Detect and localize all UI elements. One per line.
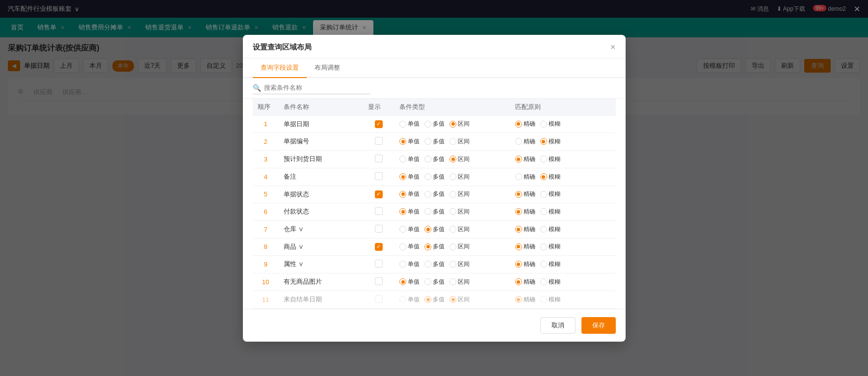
type-radio-range[interactable]: 区间 <box>449 120 470 128</box>
cell-show <box>363 133 395 150</box>
cell-show <box>363 273 395 291</box>
cell-show <box>363 203 395 220</box>
match-radio-exact[interactable]: 精确 <box>515 242 535 251</box>
match-radio-exact[interactable]: 精确 <box>515 155 535 163</box>
type-radio-multi[interactable]: 多值 <box>424 278 445 286</box>
type-radio-single[interactable]: 单值 <box>399 295 420 304</box>
show-checkbox[interactable] <box>375 137 383 145</box>
dialog-close-button[interactable]: × <box>610 43 616 52</box>
cell-show <box>363 186 395 203</box>
type-radio-single[interactable]: 单值 <box>399 208 420 216</box>
save-button[interactable]: 保存 <box>581 317 616 334</box>
match-radio-fuzzy[interactable]: 模糊 <box>540 190 560 198</box>
type-radio-range[interactable]: 区间 <box>449 190 470 198</box>
type-radio-range[interactable]: 区间 <box>449 242 470 251</box>
cell-match: 精确模糊 <box>510 255 616 273</box>
cancel-button[interactable]: 取消 <box>540 317 576 334</box>
type-radio-single[interactable]: 单值 <box>399 137 420 146</box>
match-radio-fuzzy[interactable]: 模糊 <box>540 208 560 216</box>
type-radio-single[interactable]: 单值 <box>399 173 420 181</box>
type-radio-single[interactable]: 单值 <box>399 278 420 286</box>
search-input[interactable] <box>264 84 362 91</box>
show-checkbox[interactable] <box>375 190 383 198</box>
type-radio-single[interactable]: 单值 <box>399 190 420 198</box>
type-radio-single[interactable]: 单值 <box>399 155 420 163</box>
match-radio-exact[interactable]: 精确 <box>515 295 535 304</box>
cell-name: 备注 <box>279 168 363 186</box>
type-radio-multi[interactable]: 多值 <box>424 155 445 163</box>
search-bar: 🔍 <box>243 78 626 99</box>
show-checkbox[interactable] <box>375 295 383 303</box>
match-radio-fuzzy[interactable]: 模糊 <box>540 295 560 304</box>
type-radio-range[interactable]: 区间 <box>449 208 470 216</box>
table-row: 2单据编号单值多值区间精确模糊 <box>253 133 616 150</box>
cell-order: 2 <box>253 133 279 150</box>
match-radio-exact[interactable]: 精确 <box>515 190 535 198</box>
match-radio-fuzzy[interactable]: 模糊 <box>540 225 560 234</box>
col-header-name: 条件名称 <box>279 99 363 116</box>
show-checkbox[interactable] <box>375 155 383 162</box>
search-input-wrap: 🔍 <box>253 84 370 94</box>
match-radio-fuzzy[interactable]: 模糊 <box>540 242 560 251</box>
show-checkbox[interactable] <box>375 172 383 180</box>
type-radio-multi[interactable]: 多值 <box>424 173 445 181</box>
cell-name: 付款状态 <box>279 203 363 220</box>
type-radio-single[interactable]: 单值 <box>399 120 420 128</box>
type-radio-multi[interactable]: 多值 <box>424 225 445 234</box>
match-radio-exact[interactable]: 精确 <box>515 260 535 269</box>
type-radio-range[interactable]: 区间 <box>449 225 470 234</box>
show-checkbox[interactable] <box>375 120 383 128</box>
type-radio-multi[interactable]: 多值 <box>424 208 445 216</box>
match-radio-fuzzy[interactable]: 模糊 <box>540 260 560 269</box>
cell-type: 单值多值区间 <box>395 133 510 150</box>
type-radio-range[interactable]: 区间 <box>449 295 470 304</box>
type-radio-single[interactable]: 单值 <box>399 260 420 269</box>
tab-layout-adjust[interactable]: 布局调整 <box>307 58 348 78</box>
cell-type: 单值多值区间 <box>395 291 510 308</box>
type-radio-single[interactable]: 单值 <box>399 242 420 251</box>
col-header-show: 显示 <box>363 99 395 116</box>
cell-name: 属性 ∨ <box>279 255 363 273</box>
table-row: 8商品 ∨单值多值区间精确模糊 <box>253 238 616 255</box>
type-radio-multi[interactable]: 多值 <box>424 120 445 128</box>
match-radio-exact[interactable]: 精确 <box>515 137 535 146</box>
cell-match: 精确模糊 <box>510 203 616 220</box>
cell-match: 精确模糊 <box>510 291 616 308</box>
type-radio-multi[interactable]: 多值 <box>424 260 445 269</box>
show-checkbox[interactable] <box>375 243 383 251</box>
match-radio-fuzzy[interactable]: 模糊 <box>540 155 560 163</box>
match-radio-fuzzy[interactable]: 模糊 <box>540 137 560 146</box>
show-checkbox[interactable] <box>375 277 383 285</box>
type-radio-single[interactable]: 单值 <box>399 225 420 234</box>
conditions-table: 顺序 条件名称 显示 条件类型 匹配原则 1单据日期单值多值区间精确模糊2单据编… <box>253 99 616 309</box>
match-radio-exact[interactable]: 精确 <box>515 278 535 286</box>
show-checkbox[interactable] <box>375 225 383 233</box>
match-radio-fuzzy[interactable]: 模糊 <box>540 120 560 128</box>
cell-name: 商品 ∨ <box>279 238 363 255</box>
table-row: 10有无商品图片单值多值区间精确模糊 <box>253 273 616 291</box>
match-radio-exact[interactable]: 精确 <box>515 173 535 181</box>
match-radio-fuzzy[interactable]: 模糊 <box>540 173 560 181</box>
table-row: 11来自结单日期单值多值区间精确模糊 <box>253 291 616 308</box>
match-radio-exact[interactable]: 精确 <box>515 225 535 234</box>
type-radio-range[interactable]: 区间 <box>449 260 470 269</box>
match-radio-exact[interactable]: 精确 <box>515 208 535 216</box>
type-radio-range[interactable]: 区间 <box>449 278 470 286</box>
show-checkbox[interactable] <box>375 207 383 215</box>
cell-show <box>363 168 395 186</box>
cell-order: 10 <box>253 273 279 291</box>
settings-dialog: 设置查询区域布局 × 查询字段设置 布局调整 🔍 顺序 <box>243 35 626 342</box>
cell-name: 单据编号 <box>279 133 363 150</box>
type-radio-range[interactable]: 区间 <box>449 173 470 181</box>
type-radio-multi[interactable]: 多值 <box>424 242 445 251</box>
match-radio-exact[interactable]: 精确 <box>515 120 535 128</box>
type-radio-range[interactable]: 区间 <box>449 155 470 163</box>
type-radio-multi[interactable]: 多值 <box>424 295 445 304</box>
match-radio-fuzzy[interactable]: 模糊 <box>540 278 560 286</box>
tab-query-fields[interactable]: 查询字段设置 <box>253 58 307 78</box>
type-radio-range[interactable]: 区间 <box>449 137 470 146</box>
type-radio-multi[interactable]: 多值 <box>424 137 445 146</box>
type-radio-multi[interactable]: 多值 <box>424 190 445 198</box>
cell-type: 单值多值区间 <box>395 168 510 186</box>
show-checkbox[interactable] <box>375 260 383 268</box>
